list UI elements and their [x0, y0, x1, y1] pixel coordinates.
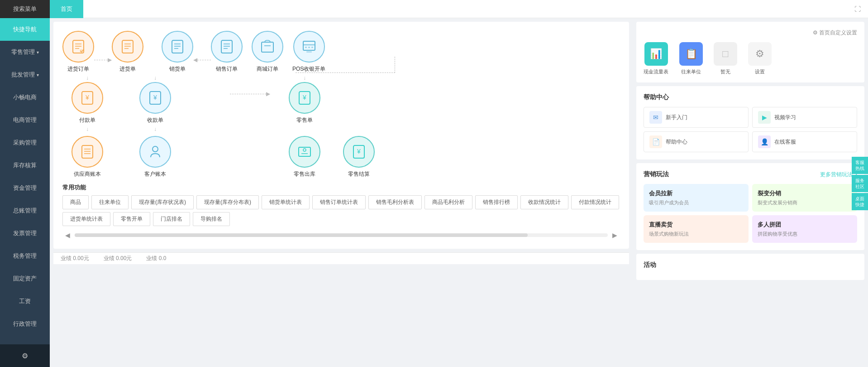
sidebar-item-5[interactable]: 采购管理 [0, 131, 50, 154]
marketing-item-0[interactable]: 会员拉新吸引用户成为会员 [644, 184, 749, 212]
func-btn-12[interactable]: 零售开单 [113, 212, 150, 226]
func-btn-3[interactable]: 现存量(库存分布表) [196, 195, 259, 209]
func-btn-0[interactable]: 商品 [62, 195, 89, 209]
sidebar-arrow-1: ▾ [37, 50, 39, 55]
sidebar-item-13[interactable]: 行政管理 [0, 313, 50, 335]
sidebar-item-4[interactable]: 电商管理 [0, 109, 50, 131]
scroll-thumb[interactable] [75, 233, 528, 237]
scroll-track[interactable] [75, 233, 608, 237]
sidebar-item-label-1: 零售管理 [11, 48, 35, 56]
sidebar-item-label-6: 库存核算 [13, 161, 37, 169]
func-btn-4[interactable]: 销货单统计表 [262, 195, 310, 209]
func-btn-14[interactable]: 导购排名 [193, 212, 230, 226]
float-btn-2[interactable]: 桌面快捷 [852, 193, 868, 210]
help-item-2[interactable]: 📄帮助中心 [644, 131, 749, 152]
svg-rect-21 [308, 47, 310, 48]
flow-node-gys[interactable]: 供应商账本 [62, 136, 112, 178]
marketing-title: 营销玩法 [644, 170, 669, 179]
expand-icon[interactable]: ⛶ [854, 5, 861, 13]
func-btn-8[interactable]: 销售排行榜 [475, 195, 518, 209]
help-icon-1: ▶ [758, 111, 771, 124]
func-btn-7[interactable]: 商品毛利分析 [424, 195, 472, 209]
func-btn-6[interactable]: 销售毛利分析表 [368, 195, 422, 209]
flow-node-ls-js[interactable]: ¥ 零售结算 [334, 136, 384, 178]
marketing-item-1[interactable]: 裂变分销裂变式发展分销商 [752, 184, 857, 212]
func-btn-2[interactable]: 现存量(库存状况表) [131, 195, 194, 209]
nav-icon-label-3: 设置 [755, 68, 765, 75]
flow-label-ls-js: 零售结算 [348, 170, 370, 178]
sidebar-item-2[interactable]: 批发管理▾ [0, 63, 50, 86]
flow-label-xs-order: 销售订单 [216, 65, 238, 73]
flow-node-jh-order[interactable]: 进货订单 [62, 31, 94, 73]
sidebar-item-10[interactable]: 税务管理 [0, 245, 50, 267]
svg-rect-30 [82, 145, 93, 158]
sidebar-item-0[interactable]: 快捷导航 [0, 18, 50, 41]
func-btn-13[interactable]: 门店排名 [153, 212, 190, 226]
quick-nav-item-0[interactable]: 📊现金流量表 [644, 42, 668, 75]
help-item-0[interactable]: ✉新手入门 [644, 107, 749, 128]
flow-label-jh-order: 进货订单 [67, 65, 89, 73]
sidebar-item-label-12: 工资 [19, 297, 31, 305]
flow-node-jh-dan[interactable]: 进货单 [112, 31, 143, 73]
sidebar-item-label-4: 电商管理 [13, 116, 37, 124]
sidebar-item-9[interactable]: 发票管理 [0, 222, 50, 245]
help-item-3[interactable]: 👤在线客服 [752, 131, 857, 152]
search-menu-button[interactable]: 搜索菜单 [0, 0, 50, 18]
flow-label-ls-chk: 零售出库 [294, 170, 315, 178]
quick-nav-item-2[interactable]: □暂无 [714, 42, 737, 75]
func-btn-10[interactable]: 付款情况统计 [571, 195, 619, 209]
flow-node-xh-dan[interactable]: 销货单 [162, 31, 193, 73]
bottom-values: 业绩 0.00元 业绩 0.00元 业绩 0.0 [53, 252, 629, 264]
func-btn-1[interactable]: 往来单位 [91, 195, 129, 209]
marketing-item-title-0: 会员拉新 [649, 189, 743, 198]
svg-rect-16 [262, 42, 273, 52]
flow-node-sk-dan[interactable]: ¥ 收款单 [139, 82, 171, 124]
flow-node-kh[interactable]: 客户账本 [130, 136, 180, 178]
quick-nav-settings-label[interactable]: ⚙ 首页自定义设置 [813, 29, 857, 37]
help-icon-0: ✉ [649, 111, 662, 124]
quick-nav-item-1[interactable]: 📋往来单位 [679, 42, 703, 75]
activity-title: 活动 [644, 261, 857, 269]
flow-label-ls-dan: 零售单 [296, 116, 313, 124]
flow-node-sc-order[interactable]: 商城订单 [252, 31, 283, 73]
sidebar-item-11[interactable]: 固定资产 [0, 267, 50, 290]
sidebar-item-7[interactable]: 资金管理 [0, 177, 50, 199]
sidebar-settings-button[interactable]: ⚙ [0, 344, 50, 367]
sidebar: 快捷导航零售管理▾批发管理▾小畅电商电商管理采购管理库存核算资金管理总账管理发票… [0, 18, 50, 367]
sidebar-item-label-11: 固定资产 [13, 275, 37, 283]
flow-node-fk-dan[interactable]: ¥ 付款单 [72, 82, 103, 124]
help-item-label-2: 帮助中心 [666, 138, 687, 146]
flow-node-ls-dan[interactable]: ¥ 零售单 [289, 82, 320, 124]
float-btn-1[interactable]: 服务社区 [852, 175, 868, 192]
marketing-item-desc-3: 拼团购物享受优惠 [758, 231, 852, 237]
value-3: 业绩 0.0 [146, 255, 166, 262]
flow-card: 进货订单 ▶ 进货单 [53, 22, 629, 249]
func-btn-5[interactable]: 销售订单统计表 [312, 195, 366, 209]
help-item-1[interactable]: ▶视频学习 [752, 107, 857, 128]
scroll-right-icon[interactable]: ▶ [610, 231, 620, 240]
flow-node-xs-order[interactable]: 销售订单 [211, 31, 243, 73]
sidebar-item-3[interactable]: 小畅电商 [0, 86, 50, 109]
sidebar-item-6[interactable]: 库存核算 [0, 154, 50, 177]
value-1: 业绩 0.00元 [61, 255, 89, 262]
sidebar-item-12[interactable]: 工资 [0, 290, 50, 313]
svg-rect-23 [306, 51, 312, 53]
flow-node-ls-chk[interactable]: 零售出库 [280, 136, 329, 178]
sidebar-item-label-3: 小畅电商 [13, 93, 37, 101]
sidebar-item-1[interactable]: 零售管理▾ [0, 41, 50, 63]
activity-section: 活动 [636, 254, 864, 280]
marketing-item-3[interactable]: 多人拼团拼团购物享受优惠 [752, 215, 857, 243]
scroll-left-icon[interactable]: ◀ [62, 231, 73, 240]
marketing-item-2[interactable]: 直播卖货场景式购物新玩法 [644, 215, 749, 243]
quick-nav-item-3[interactable]: ⚙设置 [748, 42, 772, 75]
func-btn-9[interactable]: 收款情况统计 [520, 195, 568, 209]
sidebar-item-label-0: 快捷导航 [13, 25, 37, 34]
home-tab[interactable]: 首页 [50, 0, 83, 18]
func-btn-11[interactable]: 进货单统计表 [62, 212, 110, 226]
scroll-bar[interactable]: ◀ ▶ [62, 231, 620, 240]
float-btn-0[interactable]: 客服热线 [852, 157, 868, 174]
quick-nav-section: ⚙ 首页自定义设置 📊现金流量表📋往来单位□暂无⚙设置 [636, 22, 864, 82]
sidebar-item-8[interactable]: 总账管理 [0, 199, 50, 222]
marketing-item-title-3: 多人拼团 [758, 221, 852, 229]
flow-label-kh: 客户账本 [144, 170, 166, 178]
